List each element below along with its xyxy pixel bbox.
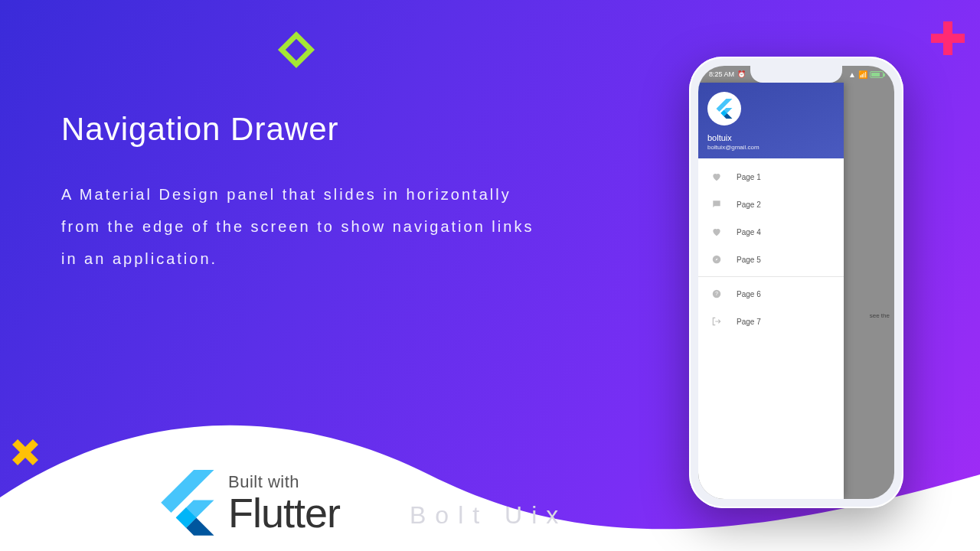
background-hint-text: see the xyxy=(870,312,890,319)
decorative-diamond-icon xyxy=(278,31,315,68)
phone-notch xyxy=(750,66,842,83)
wifi-icon: ▲ xyxy=(848,70,856,79)
drawer-item-page-7[interactable]: Page 7 xyxy=(698,308,844,335)
drawer-item-label: Page 5 xyxy=(737,256,761,264)
drawer-item-page-2[interactable]: Page 2 xyxy=(698,191,844,218)
drawer-list: Page 1 Page 2 Page 4 xyxy=(698,158,844,499)
page-title: Navigation Drawer xyxy=(61,111,551,148)
decorative-plus-icon xyxy=(931,21,965,55)
drawer-user-email: boltuix@gmail.com xyxy=(707,144,835,151)
drawer-item-label: Page 2 xyxy=(737,201,761,209)
page-description: A Material Design panel that slides in h… xyxy=(61,178,551,275)
flutter-avatar-icon xyxy=(714,99,734,119)
drawer-item-label: Page 1 xyxy=(737,173,761,181)
explore-icon xyxy=(710,253,723,266)
wifi-signal-icon: 📶 xyxy=(858,70,867,79)
heart-icon xyxy=(710,171,723,183)
battery-icon xyxy=(870,71,884,78)
alarm-icon: ⏰ xyxy=(737,70,746,78)
drawer-divider xyxy=(698,276,844,277)
status-time: 8:25 AM xyxy=(709,70,734,78)
heart-icon xyxy=(710,226,723,238)
drawer-item-page-4[interactable]: Page 4 xyxy=(698,218,844,246)
comment-icon xyxy=(710,198,723,210)
bolt-uix-label: Bolt Uix xyxy=(410,501,567,530)
drawer-item-page-1[interactable]: Page 1 xyxy=(698,163,844,191)
drawer-item-label: Page 6 xyxy=(737,290,761,298)
drawer-item-label: Page 4 xyxy=(737,228,761,236)
logout-icon xyxy=(710,315,723,328)
svg-text:?: ? xyxy=(715,291,718,296)
drawer-item-page-6[interactable]: ? Page 6 xyxy=(698,280,844,308)
flutter-label: Flutter xyxy=(228,492,340,533)
navigation-drawer: boltuix boltuix@gmail.com Page 1 xyxy=(698,83,844,499)
drawer-item-page-5[interactable]: Page 5 xyxy=(698,246,844,273)
drawer-user-name: boltuix xyxy=(707,133,835,142)
decorative-x-icon xyxy=(12,439,38,465)
drawer-header: boltuix boltuix@gmail.com xyxy=(698,83,844,158)
help-icon: ? xyxy=(710,288,723,300)
flutter-brand: Built with Flutter xyxy=(161,470,340,536)
phone-mockup: 8:25 AM ⏰ ▲ 📶 see the xyxy=(689,57,903,508)
drawer-item-label: Page 7 xyxy=(737,318,761,326)
avatar[interactable] xyxy=(707,92,741,126)
flutter-logo-icon xyxy=(161,470,214,536)
